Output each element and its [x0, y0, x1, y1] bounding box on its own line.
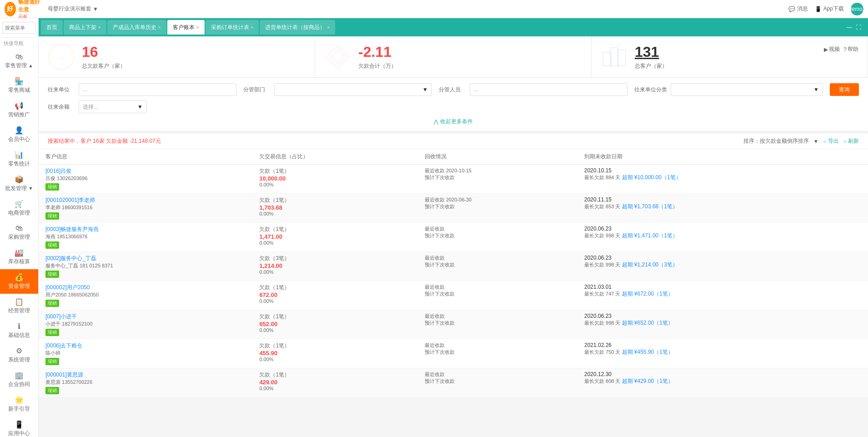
customer-name-link[interactable]: [000002]用户2050 — [45, 284, 90, 291]
help-button[interactable]: ? 帮助 — [843, 45, 858, 53]
message-button[interactable]: 💬 消息 — [788, 5, 808, 13]
overdue-amount: 超期 ¥652.00（1笔） — [622, 320, 673, 326]
sidebar-item-enterprise[interactable]: 🏢 企业协同 — [0, 367, 38, 392]
maximize-icon[interactable]: ⛶ — [856, 24, 861, 30]
customer-info-cell: [0006]去下粮仓 陈小帅 现销 — [39, 339, 252, 368]
overdue-amount-link[interactable]: 超期 ¥455.90（1笔） — [622, 349, 673, 355]
overdue-amount-link[interactable]: 超期 ¥1,703.68（1笔） — [622, 203, 678, 210]
sidebar-item-app-center[interactable]: 📱 应用中心 — [0, 417, 38, 437]
next-collection: 预计下次收款 — [425, 174, 571, 181]
collapse-button[interactable]: ⋀ 收起更多条件 — [434, 118, 473, 126]
customer-name-link[interactable]: [000001]黄思源 — [45, 372, 83, 378]
sidebar-item-basic-info[interactable]: ℹ 基础信息 — [0, 318, 38, 343]
table-toolbar: 搜索结果中，客户 16家 欠款金额 -21,148.07元 排序：按欠款金额倒序… — [39, 134, 868, 149]
debt-amount: 10,000.00 — [259, 175, 286, 182]
overdue-amount-link[interactable]: 超期 ¥10,000.00（1笔） — [622, 174, 681, 181]
customer-name-link[interactable]: [0016]吕俊 — [45, 168, 71, 174]
svg-marker-3 — [331, 50, 345, 64]
sidebar-item-retail-stats[interactable]: 📊 零售统计 — [0, 147, 38, 171]
overdue-amount-link[interactable]: 超期 ¥652.00（1笔） — [622, 320, 673, 326]
tab-home[interactable]: 首页 — [41, 20, 63, 35]
sidebar-item-capital[interactable]: 💰 资金管理 — [0, 269, 38, 294]
sidebar-item-purchase[interactable]: 🛍 采购管理 — [0, 221, 38, 245]
tab-close-product-shelf[interactable]: × — [98, 25, 101, 30]
video-icon: ▶ — [824, 46, 828, 53]
minimize-icon[interactable]: — — [847, 24, 852, 30]
sidebar-item-retail-mgmt[interactable]: 🛍 零售管理 ▲ — [0, 49, 38, 73]
debt-info-cell: 欠款（3笔） 1,214.00 0.00% — [252, 252, 417, 281]
sidebar-item-batch-mgmt[interactable]: 📦 批发管理 ▼ — [0, 171, 38, 196]
customer-name-link[interactable]: [0002]服务中心_丁磊 — [45, 255, 96, 261]
overdue-amount-link[interactable]: 超期 ¥672.00（1笔） — [622, 291, 673, 297]
balance-select[interactable]: 选择... ▼ — [79, 100, 147, 113]
newbie-icon: 🌟 — [2, 396, 36, 404]
tab-product-shelf[interactable]: 商品上下架 × — [64, 20, 106, 35]
industry-name: 母婴行业演示账套 — [48, 5, 91, 13]
debt-percent: 0.00% — [259, 211, 411, 216]
overdue-amount-link[interactable]: 超期 ¥429.00（1笔） — [622, 378, 673, 384]
unit-category-select[interactable]: ▼ — [671, 83, 823, 96]
user-avatar[interactable]: demo2 — [851, 3, 863, 15]
dept-select[interactable]: ▼ — [274, 83, 432, 96]
customer-name-link[interactable]: [0001020001]李老师 — [45, 197, 95, 203]
customer-info-cell: [000002]用户2050 用户2050 18665062050 现销 — [39, 281, 252, 310]
overdue-amount: 超期 ¥455.90（1笔） — [622, 349, 673, 355]
col-debt-info: 欠交易信息（占比） — [252, 149, 417, 165]
overdue-amount-link[interactable]: 超期 ¥1,214.00（3笔） — [622, 261, 678, 268]
total-customers-number[interactable]: 131 — [635, 44, 817, 60]
chevron-down-icon: ▼ — [422, 86, 428, 93]
industry-selector[interactable]: 母婴行业演示账套 ▼ — [48, 5, 98, 13]
debt-percent: 0.00% — [259, 298, 411, 304]
sidebar-nav-label: 快捷导航 — [0, 38, 38, 49]
sidebar-item-inventory[interactable]: 🏭 库存核算 — [0, 245, 38, 269]
stats-row: ¥ 16 总欠款客户（家） — [39, 36, 868, 78]
sidebar-item-member[interactable]: 👤 会员中心 — [0, 122, 38, 147]
logo-icon: 好 — [5, 2, 16, 16]
tab-close-customer-account[interactable]: × — [196, 25, 199, 30]
customer-name-link[interactable]: [0006]去下粮仓 — [45, 342, 82, 349]
overdue-days: 最长欠款 750 天 — [584, 349, 622, 355]
next-collection: 预计下次收款 — [425, 261, 571, 268]
col-customer-info: 客户信息 — [39, 149, 252, 165]
refresh-button[interactable]: ○ 刷新 — [843, 137, 859, 145]
from-unit-input[interactable]: ... — [79, 83, 236, 96]
sidebar-item-system[interactable]: ⚙ 系统管理 — [0, 343, 38, 367]
manager-input[interactable]: ... — [470, 83, 627, 96]
tab-close-production-history[interactable]: × — [158, 25, 161, 30]
overdue-amount-link[interactable]: 超期 ¥1,471.00（1笔） — [622, 232, 678, 239]
customer-tag: 现销 — [45, 358, 59, 365]
due-date-cell: 2020.10.15 最长欠款 884 天 超期 ¥10,000.00（1笔） — [577, 165, 868, 194]
tab-close-incoming-stats[interactable]: × — [327, 25, 330, 30]
tab-customer-account[interactable]: 客户账本 × — [167, 20, 205, 35]
debt-amount: 1,703.68 — [259, 204, 282, 211]
next-collection: 预计下次收款 — [425, 320, 571, 326]
sidebar-item-newbie[interactable]: 🌟 新手引导 — [0, 392, 38, 417]
debt-amount: 672.00 — [259, 291, 277, 298]
manager-label: 分管人员 — [439, 86, 466, 94]
customer-name-link[interactable]: [0003]畅捷服务尹海燕 — [45, 226, 99, 232]
search-input[interactable] — [2, 22, 36, 34]
business-mgmt-icon: 📋 — [2, 297, 36, 306]
sidebar-item-business-mgmt[interactable]: 📋 经营管理 — [0, 294, 38, 318]
customer-name-link[interactable]: [0007]小进干 — [45, 313, 77, 320]
search-button[interactable]: 查询 — [830, 83, 859, 96]
video-button[interactable]: ▶ 视频 — [824, 45, 840, 53]
customer-info-cell: [0016]吕俊 吕俊 13026203696 现销 — [39, 165, 252, 194]
filter-balance: 往来余额 选择... ▼ — [48, 100, 859, 113]
tab-purchase-order[interactable]: 采购订单统计表 × — [206, 20, 259, 35]
sidebar-item-retail-store[interactable]: 🏪 零售商城 — [0, 73, 38, 98]
tab-close-purchase-order[interactable]: × — [251, 25, 254, 30]
tab-production-history[interactable]: 产成品入库单历史 × — [107, 20, 166, 35]
collection-cell: 最近收款 2020-06-30 预计下次收款 — [418, 194, 577, 223]
filter-from-unit: 往来单位 ... — [48, 83, 236, 96]
app-center-icon: 📱 — [2, 420, 36, 429]
total-customers-icon — [601, 43, 628, 70]
customer-phone: 服务中心_丁磊 181 0125 8371 — [45, 262, 246, 269]
tab-incoming-stats[interactable]: 进货单统计表（按商品） × — [260, 20, 335, 35]
retail-mgmt-icon: 🛍 — [2, 53, 36, 61]
sidebar-item-ecommerce[interactable]: 🛒 电商管理 — [0, 196, 38, 221]
app-download-button[interactable]: 📱 App下载 — [815, 5, 844, 13]
customer-info-cell: [000001]黄思源 黄思源 13552700226 现销 — [39, 368, 252, 397]
export-button[interactable]: ○ 导出 — [823, 137, 839, 145]
sidebar-item-marketing[interactable]: 📢 营销推广 — [0, 98, 38, 122]
